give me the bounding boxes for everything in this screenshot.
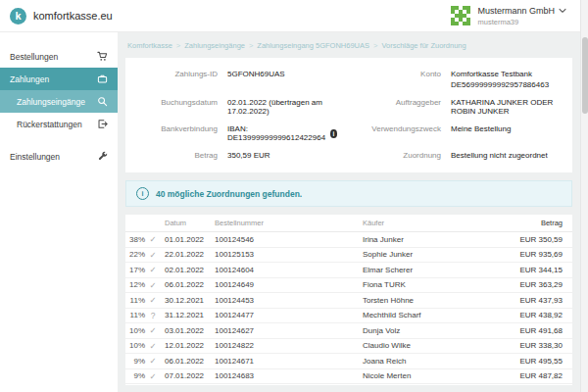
payment-id-value: 5GFONH69UAS [227, 70, 337, 78]
order-amount: EUR 495,55 [482, 357, 572, 366]
brand-name: komfortkasse.eu [33, 10, 113, 22]
sidebar-item-label: Rückerstattungen [17, 120, 82, 129]
table-row[interactable]: 17% ✓ 02.01.2022 100124604 Elmar Scherer… [125, 263, 572, 278]
order-number: 100124627 [214, 326, 363, 335]
order-number: 100124822 [214, 341, 363, 350]
account-username: musterma39 [477, 18, 566, 26]
buyer-name: Elmar Scherer [363, 266, 482, 274]
reference-value: Meine Bestellung [451, 124, 561, 133]
amount-value: 350,59 EUR [227, 151, 337, 160]
header-buyer: Käufer [363, 219, 482, 227]
banner-message: 40 mögliche Zuordnungen gefunden. [156, 189, 302, 199]
assignment-status-value: Bestellung nicht zugeordnet [451, 151, 561, 160]
order-date: 06.01.2022 [157, 357, 214, 366]
info-icon[interactable]: i [330, 129, 337, 138]
table-row[interactable]: 9% ✓ 07.01.2022 100124683 Nicole Merten … [125, 369, 572, 385]
buyer-name: Nicole Merten [363, 371, 482, 380]
order-date: 07.01.2022 [157, 371, 214, 380]
buyer-name: Dunja Volz [363, 326, 482, 335]
order-amount: EUR 491,68 [482, 326, 572, 335]
assign-check-button[interactable]: ✓ [145, 341, 157, 351]
table-row[interactable]: 10% ✓ 03.01.2022 100124627 Dunja Volz EU… [125, 323, 572, 339]
brand-logo[interactable]: k komfortkasse.eu [10, 8, 113, 24]
buyer-name: Claudio Wilke [363, 341, 482, 350]
table-row[interactable]: 10% ✓ 12.01.2022 100124822 Claudio Wilke… [125, 339, 572, 355]
match-percent: 12% [125, 280, 145, 289]
chevron-down-icon [559, 8, 566, 14]
order-amount: EUR 338,30 [482, 341, 572, 350]
order-number: 100124477 [214, 311, 363, 319]
assign-check-button[interactable]: ✓ [145, 325, 157, 335]
match-percent: 38% [125, 235, 145, 244]
order-amount: EUR 935,69 [482, 250, 572, 259]
breadcrumb-separator: > [176, 41, 180, 50]
order-number: 100125153 [214, 250, 363, 259]
assign-check-button[interactable]: ✓ [145, 250, 157, 260]
buyer-name: Mechthild Scharf [363, 311, 482, 319]
sidebar-item-zahlungen[interactable]: Zahlungen [0, 68, 118, 90]
cart-icon [97, 51, 108, 62]
field-label: Betrag [131, 151, 218, 160]
account-menu[interactable]: Mustermann GmbH musterma39 [451, 6, 566, 26]
match-percent: 9% [125, 357, 145, 366]
field-label: Verwendungszweck [347, 124, 441, 133]
breadcrumb-separator: > [249, 41, 253, 50]
payment-details-panel: Zahlungs-ID 5GFONH69UAS Konto Komfortkas… [125, 58, 572, 172]
assign-check-button[interactable]: ✓ [145, 265, 157, 274]
topbar: k komfortkasse.eu Mustermann GmbH [0, 0, 580, 32]
vertical-scrollbar [580, 0, 588, 392]
info-circle-icon: i [136, 187, 149, 200]
table-row[interactable]: 12% ✓ 06.01.2022 100124649 Fiona TURK EU… [125, 278, 572, 294]
order-number: 100124649 [214, 280, 363, 289]
order-number: 100124604 [214, 266, 363, 274]
app-window: k komfortkasse.eu Mustermann GmbH [0, 0, 588, 392]
buyer-name: Sophie Junker [363, 250, 482, 259]
breadcrumb-link-zahlungseingaenge[interactable]: Zahlungseingänge [184, 41, 245, 50]
buyer-name: Irina Junker [363, 235, 482, 244]
sidebar-item-einstellungen[interactable]: Einstellungen [0, 145, 118, 168]
order-amount: EUR 437,93 [482, 296, 572, 305]
assign-check-button[interactable]: ✓ [145, 371, 157, 381]
order-date: 03.01.2022 [157, 326, 214, 335]
sidebar-item-zahlungseingaenge[interactable]: Zahlungseingänge [0, 90, 118, 113]
table-row[interactable]: 11% ✓ 30.12.2021 100124453 Torsten Höhne… [125, 293, 572, 309]
match-percent: 17% [125, 266, 145, 274]
assign-check-button[interactable]: ✓ [145, 295, 157, 305]
komfortkasse-logo-icon: k [10, 8, 26, 24]
scrollbar-thumb[interactable] [582, 37, 588, 114]
field-label: Konto [347, 70, 441, 78]
buyer-name: Torsten Höhne [363, 296, 482, 305]
match-percent: 11% [125, 311, 145, 319]
breadcrumb-link-komfortkasse[interactable]: Komfortkasse [127, 41, 172, 50]
suggestions-info-banner: i 40 mögliche Zuordnungen gefunden. [125, 180, 572, 207]
table-row[interactable]: 11% ? 31.12.2021 100124477 Mechthild Sch… [125, 309, 572, 324]
order-date: 31.12.2021 [157, 311, 214, 319]
match-percent: 22% [125, 250, 145, 259]
assign-check-button[interactable]: ✓ [145, 234, 157, 244]
buyer-name: Joana Reich [363, 357, 482, 366]
booking-date-value: 02.01.2022 (übertragen am 17.02.2022) [227, 98, 337, 116]
suggestions-table: Datum Bestellnummer Käufer Betrag 38% ✓ … [125, 215, 572, 385]
order-date: 02.01.2022 [157, 266, 214, 274]
match-percent: 10% [125, 326, 145, 335]
order-number: 100124546 [214, 235, 363, 244]
match-percent: 11% [125, 296, 145, 305]
field-label: Auftraggeber [347, 98, 441, 107]
sidebar-item-label: Bestellungen [10, 52, 58, 62]
sidebar-item-bestellungen[interactable]: Bestellungen [0, 45, 118, 68]
order-date: 06.01.2022 [157, 280, 214, 289]
sidebar-item-rueckerstattungen[interactable]: Rückerstattungen [0, 113, 118, 135]
order-date: 12.01.2022 [157, 341, 214, 350]
breadcrumb-link-zahlungseingang[interactable]: Zahlungseingang 5GFONH69UAS [257, 41, 369, 50]
account-iban: DE56999999992957886463 [451, 80, 561, 89]
assign-question-button[interactable]: ? [145, 311, 157, 320]
assign-check-button[interactable]: ✓ [145, 356, 157, 366]
account-value: Komfortkasse Testbank DE5699999999295788… [451, 70, 561, 89]
table-row[interactable]: 22% ✓ 22.01.2022 100125153 Sophie Junker… [125, 248, 572, 264]
table-row[interactable]: 9% ✓ 06.01.2022 100124671 Joana Reich EU… [125, 354, 572, 369]
account-company: Mustermann GmbH [477, 6, 555, 16]
assign-check-button[interactable]: ✓ [145, 280, 157, 290]
order-number: 100124671 [214, 357, 363, 366]
account-bank-name: Komfortkasse Testbank [451, 70, 561, 78]
table-row[interactable]: 38% ✓ 01.01.2022 100124546 Irina Junker … [125, 232, 572, 248]
